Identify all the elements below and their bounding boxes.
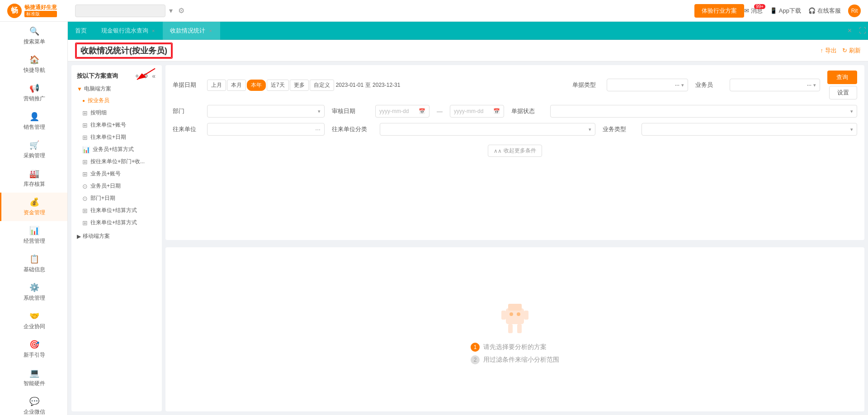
sidebar-item-label: 搜索菜单 <box>24 38 45 46</box>
sidebar-item-enterprise[interactable]: 🤝 企业协同 <box>0 307 67 335</box>
scheme-item-by-salesperson[interactable]: ● 按业务员 <box>71 94 162 107</box>
review-date-from[interactable]: yyyy-mm-dd 📅 <box>375 105 429 118</box>
trial-btn[interactable]: 体验行业方案 <box>694 4 744 18</box>
date-btn-this-year[interactable]: 本年 <box>247 80 266 91</box>
refresh-btn[interactable]: ↻ 刷新 <box>842 47 861 55</box>
tab-maximize-icon[interactable]: ⛶ <box>857 25 868 37</box>
counterpart-more-icon[interactable]: ··· <box>315 126 321 133</box>
scheme-collapse-icon[interactable]: « <box>151 71 156 80</box>
search-input[interactable] <box>75 5 165 17</box>
scheme-item-partner-settle1[interactable]: ⊞ 往来单位+结算方式 <box>71 204 162 217</box>
filter-row-2: 部门 ▾ 审核日期 yyyy-mm-dd 📅 — yyyy-mm-dd <box>173 105 857 118</box>
salesperson-more-icon[interactable]: ··· <box>807 82 811 88</box>
content-body: 按以下方案查询 + ⚙ « ▼ 电脑端方案 ● 按业务员 <box>68 61 868 415</box>
sidebar-item-operation[interactable]: 📊 经营管理 <box>0 221 67 250</box>
date-btn-this-month[interactable]: 本月 <box>227 80 246 91</box>
tab-bank-flow-close[interactable]: × <box>151 28 156 33</box>
sidebar-item-guide[interactable]: 🎯 新手引导 <box>0 335 67 363</box>
scheme-group-desktop[interactable]: ▼ 电脑端方案 <box>71 83 162 94</box>
sidebar-item-hardware[interactable]: 💻 智能硬件 <box>0 363 67 392</box>
date-btn-last-month[interactable]: 上月 <box>207 80 226 91</box>
review-date-to[interactable]: yyyy-mm-dd 📅 <box>450 105 504 118</box>
finance-icon: 💰 <box>29 197 39 207</box>
settings-gear-icon[interactable]: ⚙ <box>178 6 184 15</box>
biz-type-select[interactable]: ▾ <box>642 123 857 136</box>
tab-collection[interactable]: 收款情况统计 × <box>163 22 220 40</box>
scheme-item-label: 往来单位+结算方式 <box>90 207 137 214</box>
empty-step-2: 2 用过滤条件来缩小分析范围 <box>471 355 559 364</box>
sidebar-item-basic[interactable]: 📋 基础信息 <box>0 250 67 278</box>
empty-state-steps: 1 请先选择要分析的方案 2 用过滤条件来缩小分析范围 <box>471 343 559 364</box>
sidebar-item-label: 采购管理 <box>24 152 45 160</box>
svg-rect-2 <box>506 308 524 324</box>
dept-select[interactable]: ▾ <box>207 105 325 118</box>
search-icon: 🔍 <box>29 26 39 36</box>
tab-close-window-icon[interactable]: × <box>846 25 854 37</box>
sidebar-item-purchase[interactable]: 🛒 采购管理 <box>0 136 67 164</box>
message-icon: ✉ <box>744 7 749 14</box>
tab-collection-label: 收款情况统计 <box>170 27 205 35</box>
collapse-btn[interactable]: ∧∧ 收起更多条件 <box>488 145 542 157</box>
counterpart-label: 往来单位 <box>173 125 200 133</box>
enterprise-icon: 🤝 <box>29 311 39 321</box>
dept-chevron-icon: ▾ <box>318 108 321 114</box>
sidebar-item-label: 系统管理 <box>24 294 45 302</box>
scheme-group-mobile[interactable]: ▶ 移动端方案 <box>71 231 162 242</box>
scheme-item-partner-date[interactable]: ⊞ 往来单位+日期 <box>71 131 162 143</box>
settings-btn[interactable]: 设置 <box>829 86 857 99</box>
scheme-item-dept-date[interactable]: ⊙ 部门+日期 <box>71 192 162 204</box>
doc-status-chevron-icon: ▾ <box>850 108 853 114</box>
scheme-item-label: 往来单位+日期 <box>90 133 126 141</box>
scheme-item-salesperson-account[interactable]: ⊞ 业务员+账号 <box>71 168 162 180</box>
sidebar-item-wechat[interactable]: 💬 企业微信 <box>0 392 67 415</box>
partner-date-icon: ⊞ <box>82 134 88 141</box>
step-2-num: 2 <box>471 355 480 364</box>
doc-status-select[interactable]: ▾ <box>550 105 857 118</box>
operation-icon: 📊 <box>29 226 39 236</box>
search-dropdown-icon[interactable]: ▾ <box>169 6 173 15</box>
date-btn-7days[interactable]: 近7天 <box>267 80 289 91</box>
date-btn-more[interactable]: 更多 <box>290 80 309 91</box>
refresh-label: 刷新 <box>849 47 861 55</box>
doc-type-select[interactable]: ··· ▾ <box>607 79 688 91</box>
sidebar-item-finance[interactable]: 💰 资金管理 <box>0 193 67 221</box>
salesperson-select[interactable]: ··· ▾ <box>730 79 820 91</box>
sidebar-item-marketing[interactable]: 📢 营销推广 <box>0 79 67 107</box>
app-download-btn[interactable]: 📱 App下载 <box>770 7 801 15</box>
date-btn-custom[interactable]: 自定义 <box>310 80 334 91</box>
counterpart-category-select[interactable]: ▾ <box>380 123 595 136</box>
tab-bar-right: × ⛶ <box>846 25 868 37</box>
scheme-item-partner-account[interactable]: ⊞ 往来单位+账号 <box>71 119 162 131</box>
scheme-item-salesperson-settle[interactable]: 📊 业务员+结算方式 <box>71 143 162 156</box>
message-btn[interactable]: ✉ 消息 99+ <box>744 7 763 15</box>
online-service-btn[interactable]: 🎧 在线客服 <box>808 7 841 15</box>
scheme-settings-icon[interactable]: ⚙ <box>142 71 149 80</box>
scheme-item-label: 按业务员 <box>88 97 109 104</box>
user-avatar[interactable]: Rit <box>848 5 861 17</box>
query-btn[interactable]: 查询 <box>827 71 857 84</box>
collapse-up-icon: ∧∧ <box>494 148 502 154</box>
sidebar-item-sales[interactable]: 👤 销售管理 <box>0 107 67 136</box>
scheme-item-partner-settle2[interactable]: ⊞ 往来单位+结算方式 <box>71 217 162 229</box>
sidebar-item-quick-nav[interactable]: 🏠 快捷导航 <box>0 50 67 79</box>
sidebar-item-inventory[interactable]: 🏭 库存核算 <box>0 164 67 193</box>
tab-home[interactable]: 首页 <box>68 22 94 40</box>
scheme-item-partner-dept[interactable]: ⊞ 按往来单位+部门+收... <box>71 156 162 168</box>
message-badge: 99+ <box>754 4 765 9</box>
scheme-add-icon[interactable]: + <box>134 71 140 80</box>
sidebar-item-label: 销售管理 <box>24 123 45 131</box>
scheme-item-salesperson-date[interactable]: ⊙ 业务员+日期 <box>71 180 162 192</box>
counterpart-input[interactable]: ··· <box>207 123 325 136</box>
tab-bank-flow[interactable]: 现金银行流水查询 × <box>94 22 163 40</box>
calendar-from-icon: 📅 <box>419 108 425 114</box>
scheme-item-by-detail[interactable]: ⊞ 按明细 <box>71 107 162 119</box>
sidebar-item-search[interactable]: 🔍 搜索菜单 <box>0 22 67 50</box>
scheme-item-label: 业务员+日期 <box>90 182 121 190</box>
export-btn[interactable]: ↑ 导出 <box>821 47 837 55</box>
doc-type-more-icon[interactable]: ··· <box>675 82 679 88</box>
date-control: 上月 本月 本年 近7天 更多 自定义 2023-01-01 至 2023-12… <box>207 80 565 91</box>
sidebar-item-system[interactable]: ⚙️ 系统管理 <box>0 278 67 307</box>
tab-collection-close[interactable]: × <box>208 28 212 33</box>
inventory-icon: 🏭 <box>29 169 39 179</box>
step-1-num: 1 <box>471 343 480 352</box>
